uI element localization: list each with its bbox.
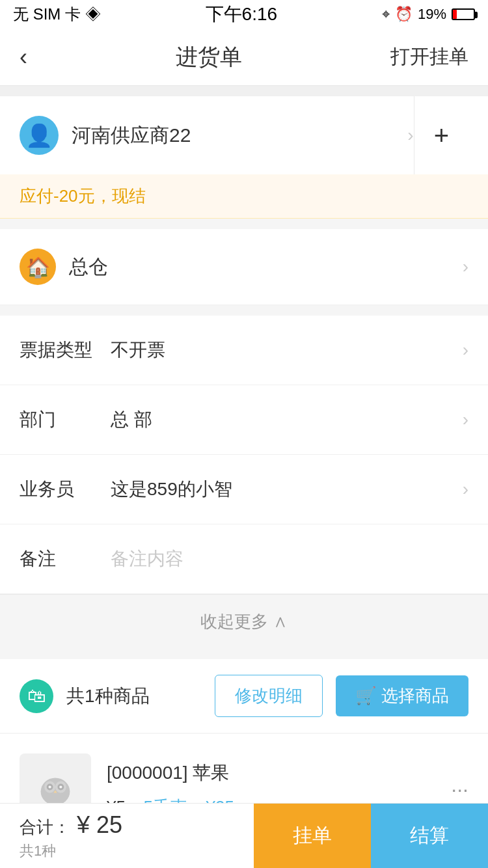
alarm-icon: ⏰ <box>395 6 413 23</box>
ticket-type-label: 票据类型 <box>20 338 98 362</box>
user-icon: 👤 <box>25 122 53 148</box>
status-bar: 无 SIM 卡 ◈ 下午6:16 ⌖ ⏰ 19% <box>0 0 488 29</box>
open-hang-button[interactable]: 打开挂单 <box>390 44 468 70</box>
select-product-button[interactable]: 🛒 选择商品 <box>336 675 468 716</box>
chevron-right-icon: › <box>463 256 468 277</box>
more-options-button[interactable]: ··· <box>451 778 468 802</box>
total-amount: ¥ 25 <box>77 811 122 839</box>
edit-detail-button[interactable]: 修改明细 <box>215 675 323 717</box>
product-count-icon: 🛍 <box>20 679 53 713</box>
bottom-bar: 合计： ¥ 25 共1种 挂单 结算 <box>0 803 488 868</box>
ticket-type-row[interactable]: 票据类型 不开票 › <box>0 316 488 385</box>
products-header: 🛍 共1种商品 修改明细 🛒 选择商品 <box>0 659 488 733</box>
collapse-bar[interactable]: 收起更多 ∧ <box>0 594 488 649</box>
salesperson-row[interactable]: 业务员 这是859的小智 › <box>0 455 488 524</box>
add-supplier-button[interactable]: + <box>414 102 468 170</box>
supplier-name: 河南供应商22 <box>72 122 401 149</box>
battery-icon <box>452 8 475 20</box>
home-icon: 🏠 <box>26 256 50 278</box>
product-title: 苹果 <box>193 763 229 783</box>
hang-button[interactable]: 挂单 <box>254 804 371 868</box>
status-time: 下午6:16 <box>206 2 278 27</box>
svg-point-5 <box>49 785 51 788</box>
remark-label: 备注 <box>20 547 98 571</box>
form-section: 票据类型 不开票 › 部门 总 部 › 业务员 这是859的小智 › 备注 备注… <box>0 316 488 594</box>
remark-row[interactable]: 备注 备注内容 <box>0 524 488 594</box>
chevron-right-icon: › <box>463 479 468 500</box>
product-name: [0000001] 苹果 <box>107 761 435 785</box>
product-code: [0000001] <box>107 763 188 783</box>
collapse-label: 收起更多 ∧ <box>200 610 287 633</box>
status-right: ⌖ ⏰ 19% <box>382 6 475 23</box>
department-row[interactable]: 部门 总 部 › <box>0 385 488 455</box>
notice-bar: 应付-20元，现结 <box>0 174 488 219</box>
avatar: 👤 <box>20 116 59 155</box>
product-count-label: 共1种商品 <box>66 684 202 709</box>
salesperson-label: 业务员 <box>20 477 98 502</box>
signal-text: 无 SIM 卡 ◈ <box>13 4 101 25</box>
svg-point-6 <box>59 785 62 788</box>
total-count: 共1种 <box>20 841 234 861</box>
warehouse-section: 🏠 总仓 › <box>0 229 488 305</box>
remark-value[interactable]: 备注内容 <box>98 547 468 571</box>
total-label: 合计： <box>20 816 70 839</box>
status-left: 无 SIM 卡 ◈ <box>13 4 101 25</box>
chevron-right-icon: › <box>407 125 413 146</box>
warehouse-row[interactable]: 🏠 总仓 › <box>0 229 488 305</box>
warehouse-icon: 🏠 <box>20 249 56 285</box>
department-value: 总 部 <box>98 407 456 432</box>
salesperson-value: 这是859的小智 <box>98 477 456 502</box>
checkout-button[interactable]: 结算 <box>371 804 488 868</box>
chevron-right-icon: › <box>463 340 468 360</box>
page-title: 进货单 <box>176 42 242 72</box>
back-button[interactable]: ‹ <box>20 44 27 71</box>
chevron-right-icon: › <box>463 409 468 430</box>
cart-icon: 🛍 <box>27 685 46 707</box>
divider-top <box>0 86 488 96</box>
ticket-type-value: 不开票 <box>98 338 456 362</box>
total-row: 合计： ¥ 25 <box>20 811 234 839</box>
cart-add-icon: 🛒 <box>355 686 376 706</box>
supplier-section: 👤 河南供应商22 › + <box>0 96 488 174</box>
warehouse-name: 总仓 <box>69 254 456 280</box>
department-label: 部门 <box>20 407 98 432</box>
total-section: 合计： ¥ 25 共1种 <box>0 804 254 868</box>
battery-percent: 19% <box>418 6 446 23</box>
battery-fill <box>453 10 457 19</box>
nav-bar: ‹ 进货单 打开挂单 <box>0 29 488 86</box>
location-icon: ⌖ <box>382 6 390 23</box>
supplier-main[interactable]: 👤 河南供应商22 › <box>20 96 414 174</box>
